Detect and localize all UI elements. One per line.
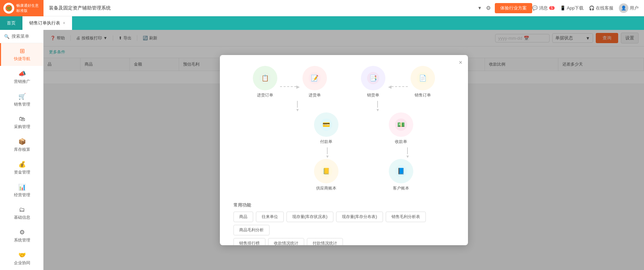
modal-close-button[interactable]: × bbox=[459, 59, 463, 66]
func-btn-4[interactable]: 销售毛利分析表 bbox=[386, 212, 426, 222]
search-icon: 🔍 bbox=[4, 34, 10, 39]
message-badge: 5 bbox=[549, 6, 555, 10]
flow-sales-order[interactable]: 📄 销售订单 bbox=[411, 66, 435, 98]
svg-text:📝: 📝 bbox=[311, 74, 319, 82]
purchase-bill-icon: 📝 bbox=[302, 66, 327, 90]
func-btn-3[interactable]: 现存量(库存分布表) bbox=[336, 212, 383, 222]
tab-close-icon[interactable]: × bbox=[63, 21, 65, 25]
payment-bill-icon: 💳 bbox=[314, 112, 338, 137]
sidebar-item-operation[interactable]: 📊 经营管理 bbox=[0, 179, 43, 202]
func-btn-6[interactable]: 销售排行榜 bbox=[233, 238, 265, 245]
svg-text:📒: 📒 bbox=[323, 167, 330, 175]
main-content: ❓ 帮助 🖨 按模板打印 ▼ ⬆ 导出 🔄 刷新 bbox=[43, 30, 644, 270]
header-right: 💬 消息 5 📱 App下载 🎧 在线客服 👤 用户 bbox=[532, 3, 639, 13]
common-functions: 常用功能 商品 往来单位 现存量(库存状况表) 现存量(库存分布表) 销售毛利分… bbox=[233, 202, 454, 245]
sidebar-item-basic-info[interactable]: 🗂 基础信息 bbox=[0, 202, 43, 224]
func-btn-2[interactable]: 现存量(库存状况表) bbox=[286, 212, 333, 222]
top-header: 🌿 畅康通好生意 标准版 装备及固定资产辅助管理系统 ▼ ⚙ 体验行业方案 💬 … bbox=[0, 0, 644, 16]
flow-purchase-order[interactable]: 📋 进货订单 bbox=[253, 66, 277, 98]
svg-text:🌿: 🌿 bbox=[6, 6, 12, 11]
modal: × 📋 bbox=[220, 55, 468, 245]
user-item[interactable]: 👤 用户 bbox=[619, 3, 639, 13]
sidebar-item-inventory[interactable]: 📦 库存核算 bbox=[0, 134, 43, 157]
enterprise-icon: 🤝 bbox=[18, 251, 26, 259]
func-btn-5[interactable]: 商品毛利分析 bbox=[233, 225, 269, 235]
search-menu[interactable]: 🔍 搜索菜单 bbox=[0, 30, 43, 43]
main-layout: 🔍 搜索菜单 ⊞ 快捷导航 📣 营销推广 🛒 销售管理 🛍 采购管理 📦 bbox=[0, 30, 644, 270]
sidebar-item-enterprise[interactable]: 🤝 企业协同 bbox=[0, 247, 43, 270]
operation-icon: 📊 bbox=[18, 183, 26, 191]
flow-receipt-bill[interactable]: 💵 收款单 bbox=[389, 112, 413, 145]
supplier-ledger-icon: 📒 bbox=[314, 159, 338, 183]
modal-overlay[interactable]: × 📋 bbox=[43, 30, 644, 270]
sidebar-item-system[interactable]: ⚙ 系统管理 bbox=[0, 224, 43, 247]
common-functions-title: 常用功能 bbox=[233, 202, 454, 208]
purchase-icon: 🛍 bbox=[19, 115, 25, 123]
func-btn-7[interactable]: 收款情况统计 bbox=[268, 238, 304, 245]
customer-ledger-icon: 📘 bbox=[389, 159, 413, 183]
quick-nav-icon: ⊞ bbox=[20, 47, 25, 55]
flow-sales-bill[interactable]: 📑 销货单 bbox=[361, 66, 385, 98]
sidebar-item-marketing[interactable]: 📣 营销推广 bbox=[0, 66, 43, 89]
inventory-icon: 📦 bbox=[18, 138, 26, 145]
logo-icon: 🌿 bbox=[3, 3, 14, 14]
sidebar-item-sales[interactable]: 🛒 销售管理 bbox=[0, 89, 43, 111]
app-download-item[interactable]: 📱 App下载 bbox=[560, 5, 584, 11]
app-icon: 📱 bbox=[560, 5, 565, 11]
func-btn-8[interactable]: 付款情况统计 bbox=[307, 238, 343, 245]
service-item[interactable]: 🎧 在线客服 bbox=[589, 5, 613, 11]
flow-purchase-bill[interactable]: 📝 进货单 bbox=[302, 66, 327, 98]
avatar: 👤 bbox=[619, 3, 628, 13]
flow-supplier-ledger[interactable]: 📒 供应商账本 bbox=[314, 159, 338, 191]
func-buttons: 商品 往来单位 现存量(库存状况表) 现存量(库存分布表) 销售毛利分析表 商品… bbox=[233, 212, 454, 235]
system-icon: ⚙ bbox=[19, 229, 25, 236]
finance-icon: 💰 bbox=[18, 161, 26, 168]
sidebar-item-purchase[interactable]: 🛍 采购管理 bbox=[0, 111, 43, 134]
basic-info-icon: 🗂 bbox=[19, 206, 25, 213]
sidebar-item-quick-nav[interactable]: ⊞ 快捷导航 bbox=[0, 43, 43, 66]
svg-text:📄: 📄 bbox=[419, 74, 427, 82]
logo-area: 🌿 畅康通好生意 标准版 bbox=[0, 0, 43, 16]
flow-diagram: 📋 进货订单 ▶ bbox=[233, 66, 454, 194]
func-btn-0[interactable]: 商品 bbox=[233, 212, 253, 222]
tab-bar: 首页 销售订单执行表 × × bbox=[0, 16, 644, 30]
sales-icon: 🛒 bbox=[18, 93, 26, 100]
func-buttons-row2: 销售排行榜 收款情况统计 付款情况统计 bbox=[233, 238, 454, 245]
svg-text:💵: 💵 bbox=[397, 121, 405, 128]
flow-payment-bill[interactable]: 💳 付款单 bbox=[314, 112, 338, 145]
logo-text: 畅康通好生意 标准版 bbox=[16, 3, 39, 13]
message-icon: 💬 bbox=[532, 5, 538, 11]
sidebar-nav: ⊞ 快捷导航 📣 营销推广 🛒 销售管理 🛍 采购管理 📦 库存核算 💰 bbox=[0, 43, 43, 270]
purchase-order-icon: 📋 bbox=[253, 66, 277, 90]
sales-order-icon: 📄 bbox=[411, 66, 435, 90]
message-item[interactable]: 💬 消息 5 bbox=[532, 5, 555, 11]
sidebar-item-finance[interactable]: 💰 资金管理 bbox=[0, 157, 43, 179]
svg-text:📋: 📋 bbox=[261, 74, 269, 82]
service-icon: 🎧 bbox=[589, 5, 594, 11]
marketing-icon: 📣 bbox=[18, 70, 26, 77]
sales-bill-icon: 📑 bbox=[361, 66, 385, 90]
svg-text:💳: 💳 bbox=[323, 121, 330, 128]
flow-customer-ledger[interactable]: 📘 客户账本 bbox=[389, 159, 413, 191]
arrow-h-2: ◀ bbox=[385, 84, 411, 89]
modal-body: 📋 进货订单 ▶ bbox=[220, 55, 468, 245]
dropdown-icon[interactable]: ▼ bbox=[477, 5, 482, 11]
tab-home[interactable]: 首页 bbox=[0, 16, 22, 30]
system-name: 装备及固定资产辅助管理系统 bbox=[49, 5, 476, 11]
tab-active[interactable]: 销售订单执行表 × bbox=[22, 16, 72, 30]
gear-icon[interactable]: ⚙ bbox=[486, 5, 491, 11]
sidebar: 🔍 搜索菜单 ⊞ 快捷导航 📣 营销推广 🛒 销售管理 🛍 采购管理 📦 bbox=[0, 30, 43, 270]
arrow-h-1: ▶ bbox=[277, 84, 302, 89]
receipt-bill-icon: 💵 bbox=[389, 112, 413, 137]
svg-text:📑: 📑 bbox=[369, 74, 377, 82]
func-btn-1[interactable]: 往来单位 bbox=[256, 212, 284, 222]
svg-text:📘: 📘 bbox=[397, 167, 405, 175]
trial-button[interactable]: 体验行业方案 bbox=[495, 3, 532, 13]
